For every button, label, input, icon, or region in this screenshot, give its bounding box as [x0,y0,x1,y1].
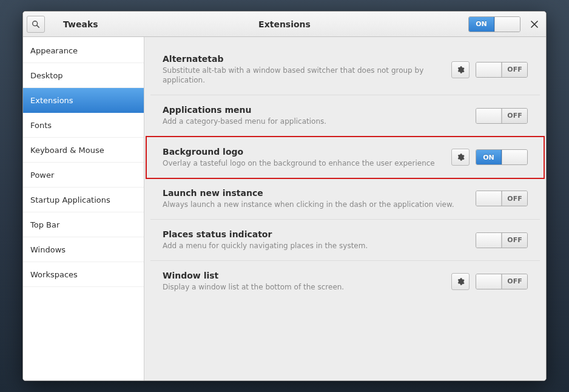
close-icon [531,21,538,28]
search-button[interactable] [27,16,45,33]
extension-row-background-logo: Background logoOverlay a tasteful logo o… [150,137,540,178]
extension-row-launch-new-instance: Launch new instanceAlways launch a new i… [150,178,540,220]
sidebar-item-appearance[interactable]: Appearance [23,38,144,63]
extension-controls: ONOFF [476,232,528,248]
toggle-off-label: OFF [494,17,520,32]
toggle-off-label: OFF [502,109,527,123]
extension-info: Launch new instanceAlways launch a new i… [163,188,476,209]
extension-row-places-status-indicator: Places status indicatorAdd a menu for qu… [150,220,540,261]
extension-toggle[interactable]: ONOFF [476,149,528,165]
titlebar-left: Tweaks [23,16,144,33]
toggle-off-label: OFF [502,150,527,164]
extension-description: Overlay a tasteful logo on the backgroun… [163,158,444,168]
sidebar-item-label: Power [30,171,54,180]
extension-info: Window listDisplay a window list at the … [163,271,451,292]
extension-controls: ONOFF [451,61,528,78]
extension-row-window-list: Window listDisplay a window list at the … [150,261,540,302]
sidebar-item-windows[interactable]: Windows [23,237,144,262]
sidebar-item-label: Startup Applications [30,195,110,204]
sidebar-item-fonts[interactable]: Fonts [23,113,144,138]
extension-info: Applications menuAdd a category-based me… [163,105,476,126]
toggle-on-label: ON [476,109,502,123]
extension-description: Always launch a new instance when clicki… [163,200,468,209]
window-body: AppearanceDesktopExtensionsFontsKeyboard… [23,37,546,380]
toggle-on-label: ON [476,150,502,164]
extension-title: Background logo [163,147,444,157]
extension-settings-button[interactable] [451,61,470,78]
gear-icon [456,277,465,286]
extension-title: Places status indicator [163,229,468,239]
sidebar-item-extensions[interactable]: Extensions [23,88,144,113]
extension-controls: ONOFF [451,273,528,290]
sidebar-item-label: Extensions [30,96,73,105]
extension-toggle[interactable]: ONOFF [476,62,528,78]
desktop-background: Tweaks Extensions ON OFF [0,0,569,392]
sidebar-item-label: Fonts [30,121,52,130]
app-title: Tweaks [63,19,98,29]
toggle-on-label: ON [476,191,502,206]
extension-toggle[interactable]: ONOFF [476,232,528,248]
sidebar-item-label: Windows [30,245,66,254]
extension-toggle[interactable]: ONOFF [476,274,528,289]
gear-icon [456,66,465,74]
toggle-off-label: OFF [502,63,527,77]
extension-toggle[interactable]: ONOFF [476,108,528,124]
sidebar-item-label: Desktop [30,71,63,80]
svg-line-1 [37,25,39,27]
sidebar-item-label: Top Bar [30,220,59,229]
extension-controls: ONOFF [451,149,528,166]
search-icon [32,20,40,29]
extension-description: Display a window list at the bottom of t… [163,282,444,292]
sidebar-item-label: Keyboard & Mouse [30,146,104,155]
sidebar-item-keyboard-mouse[interactable]: Keyboard & Mouse [23,138,144,163]
extension-controls: ONOFF [476,108,528,124]
extension-description: Add a category-based menu for applicatio… [163,117,468,126]
extension-info: Background logoOverlay a tasteful logo o… [163,147,451,168]
titlebar: Tweaks Extensions ON OFF [23,12,546,37]
gear-icon [456,153,465,161]
sidebar-item-workspaces[interactable]: Workspaces [23,262,144,287]
sidebar: AppearanceDesktopExtensionsFontsKeyboard… [23,37,144,380]
extension-title: Applications menu [163,105,468,115]
sidebar-item-label: Workspaces [30,270,78,279]
sidebar-item-startup-applications[interactable]: Startup Applications [23,188,144,212]
toggle-off-label: OFF [502,191,527,206]
titlebar-right: ON OFF [468,16,546,32]
extension-settings-button[interactable] [451,273,470,290]
sidebar-item-top-bar[interactable]: Top Bar [23,212,144,237]
extension-info: AlternatetabSubstitute alt-tab with a wi… [163,54,451,85]
toggle-off-label: OFF [502,274,527,289]
extension-title: Launch new instance [163,188,468,198]
tweaks-window: Tweaks Extensions ON OFF [22,11,547,381]
toggle-off-label: OFF [502,233,527,248]
extensions-panel: AlternatetabSubstitute alt-tab with a wi… [144,37,546,380]
sidebar-item-desktop[interactable]: Desktop [23,63,144,88]
toggle-on-label: ON [476,63,502,77]
page-title: Extensions [258,19,311,29]
extension-row-applications-menu: Applications menuAdd a category-based me… [150,95,540,137]
toggle-on-label: ON [476,274,502,289]
extension-toggle[interactable]: ONOFF [476,191,528,206]
extension-description: Add a menu for quickly navigating places… [163,241,468,251]
extension-title: Alternatetab [163,54,444,64]
extension-settings-button[interactable] [451,149,470,166]
extension-title: Window list [163,271,444,280]
close-button[interactable] [527,16,542,32]
extension-row-alternatetab: AlternatetabSubstitute alt-tab with a wi… [150,44,540,95]
toggle-on-label: ON [476,233,502,248]
toggle-on-label: ON [469,17,494,32]
extension-info: Places status indicatorAdd a menu for qu… [163,229,476,251]
sidebar-item-label: Appearance [30,46,78,55]
master-extensions-toggle[interactable]: ON OFF [468,16,520,32]
extension-description: Substitute alt-tab with a window based s… [163,66,444,85]
sidebar-item-power[interactable]: Power [23,163,144,188]
extension-controls: ONOFF [476,191,528,206]
